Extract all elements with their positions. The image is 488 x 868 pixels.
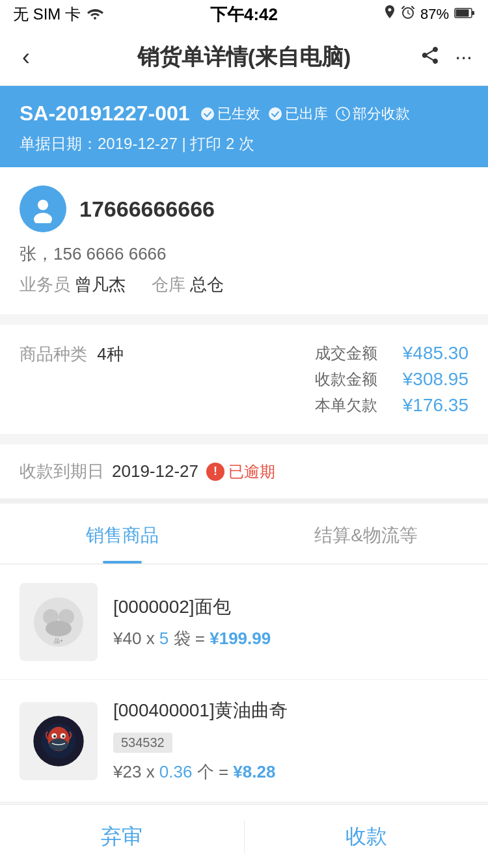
- customer-meta: 业务员 曾凡杰 仓库 总仓: [20, 273, 468, 296]
- date-label: 单据日期：: [20, 135, 98, 152]
- overdue-text: 已逾期: [228, 461, 275, 482]
- back-button[interactable]: ‹: [16, 37, 36, 77]
- battery-level: 87%: [420, 6, 449, 23]
- alarm-icon: [401, 5, 415, 23]
- product-unit-1: 袋: [174, 629, 191, 648]
- location-icon: [384, 5, 396, 23]
- product-qty-2: 0.36: [159, 762, 193, 781]
- svg-point-5: [269, 107, 282, 120]
- due-section: 收款到期日 2019-12-27 ! 已逾期: [0, 444, 488, 504]
- order-date: 2019-12-27: [98, 135, 178, 152]
- product-image-1: 品+: [20, 583, 98, 661]
- tabs-section: 销售商品 结算&物流等: [0, 504, 488, 564]
- status-badges: 已生效 已出库 部分收款: [200, 104, 410, 124]
- warehouse-value: 总仓: [190, 275, 224, 294]
- status-effective: 已生效: [200, 104, 260, 124]
- product-item-2: [000400001]黄油曲奇 534532 ¥23 x 0.36 个 = ¥8…: [0, 680, 488, 802]
- svg-point-21: [53, 735, 56, 737]
- category-count: 4种: [97, 344, 123, 364]
- salesperson-value: 曾凡杰: [75, 275, 126, 294]
- tab-settlement[interactable]: 结算&物流等: [244, 504, 488, 563]
- carrier-label: 无 SIM 卡: [13, 4, 81, 25]
- svg-point-22: [62, 735, 64, 737]
- owed-row: 本单欠款 ¥176.35: [315, 395, 468, 416]
- svg-rect-2: [472, 11, 474, 15]
- product-price-1: ¥40: [113, 629, 141, 648]
- product-info-1: [0000002]面包 ¥40 x 5 袋 = ¥199.99: [113, 595, 468, 650]
- order-date-row: 单据日期：2019-12-27 | 打印 2 次: [20, 133, 468, 154]
- nav-actions: ···: [421, 45, 472, 69]
- product-qty-1: 5: [159, 629, 169, 648]
- due-label: 收款到期日: [20, 460, 104, 483]
- overdue-icon: !: [206, 463, 224, 481]
- page-title: 销货单详情(来自电脑): [137, 42, 351, 72]
- more-icon[interactable]: ···: [455, 45, 472, 69]
- customer-section: 17666666666 张，156 6666 6666 业务员 曾凡杰 仓库 总…: [0, 167, 488, 314]
- product-price-row-2: ¥23 x 0.36 个 = ¥8.28: [113, 761, 468, 783]
- status-payment: 部分收款: [336, 104, 410, 124]
- received-value: ¥308.95: [390, 369, 468, 390]
- product-price-row-1: ¥40 x 5 袋 = ¥199.99: [113, 627, 468, 650]
- transaction-value: ¥485.30: [390, 343, 468, 364]
- cancel-button[interactable]: 弃审: [0, 805, 244, 868]
- transaction-label: 成交金额: [315, 343, 377, 364]
- product-item-1: 品+ [0000002]面包 ¥40 x 5 袋 = ¥199.99: [0, 565, 488, 680]
- svg-point-13: [46, 621, 72, 636]
- received-label: 收款金额: [315, 369, 377, 390]
- order-id-row: SA-20191227-001 已生效 已出库 部分收款: [20, 102, 468, 126]
- svg-point-8: [38, 200, 48, 210]
- nav-bar: ‹ 销货单详情(来自电脑) ···: [0, 29, 488, 86]
- status-delivered: 已出库: [268, 104, 328, 124]
- status-time: 下午4:42: [210, 3, 278, 26]
- product-unit-2: 个: [197, 762, 214, 781]
- product-name-2: [000400001]黄油曲奇: [113, 698, 468, 723]
- transaction-row: 成交金额 ¥485.30: [315, 343, 468, 364]
- product-total-1: ¥199.99: [210, 629, 271, 648]
- salesperson-info: 业务员 曾凡杰: [20, 273, 126, 296]
- category-label: 商品种类: [20, 344, 87, 364]
- avatar: [20, 185, 66, 232]
- order-header: SA-20191227-001 已生效 已出库 部分收款 单据日期：2019-1…: [0, 86, 488, 167]
- received-row: 收款金额 ¥308.95: [315, 369, 468, 390]
- product-image-2: [20, 702, 98, 780]
- tab-sales-products[interactable]: 销售商品: [0, 504, 244, 563]
- salesperson-label: 业务员: [20, 275, 70, 294]
- owed-label: 本单欠款: [315, 395, 377, 416]
- svg-rect-3: [455, 10, 468, 17]
- product-name-1: [0000002]面包: [113, 595, 468, 619]
- due-date: 2019-12-27: [112, 461, 198, 481]
- customer-detail: 张，156 6666 6666: [20, 243, 468, 265]
- warehouse-info: 仓库 总仓: [152, 273, 224, 296]
- stats-right: 成交金额 ¥485.30 收款金额 ¥308.95 本单欠款 ¥176.35: [315, 343, 468, 416]
- owed-value: ¥176.35: [390, 395, 468, 416]
- wifi-icon: [86, 5, 104, 23]
- overdue-badge: ! 已逾期: [206, 461, 275, 482]
- svg-text:品+: 品+: [54, 638, 63, 644]
- warehouse-label: 仓库: [152, 275, 185, 294]
- order-id: SA-20191227-001: [20, 102, 190, 126]
- share-icon[interactable]: [421, 45, 439, 69]
- product-total-2: ¥8.28: [233, 762, 275, 781]
- print-info: | 打印 2 次: [178, 135, 254, 152]
- status-left: 无 SIM 卡: [13, 4, 104, 25]
- stats-left: 商品种类 4种: [20, 343, 124, 366]
- customer-name: 17666666666: [79, 197, 215, 222]
- product-tag-2: 534532: [113, 733, 172, 753]
- status-right: 87%: [384, 5, 475, 23]
- battery-icon: [454, 6, 475, 23]
- customer-row: 17666666666: [20, 185, 468, 232]
- bottom-bar: 弃审 收款: [0, 804, 488, 868]
- products-section: 品+ [0000002]面包 ¥40 x 5 袋 = ¥199.99: [0, 565, 488, 802]
- stats-section: 商品种类 4种 成交金额 ¥485.30 收款金额 ¥308.95 本单欠款 ¥…: [0, 325, 488, 434]
- svg-point-4: [201, 107, 214, 120]
- status-bar: 无 SIM 卡 下午4:42 87%: [0, 0, 488, 29]
- product-info-2: [000400001]黄油曲奇 534532 ¥23 x 0.36 个 = ¥8…: [113, 698, 468, 783]
- confirm-button[interactable]: 收款: [245, 805, 489, 868]
- product-price-2: ¥23: [113, 762, 141, 781]
